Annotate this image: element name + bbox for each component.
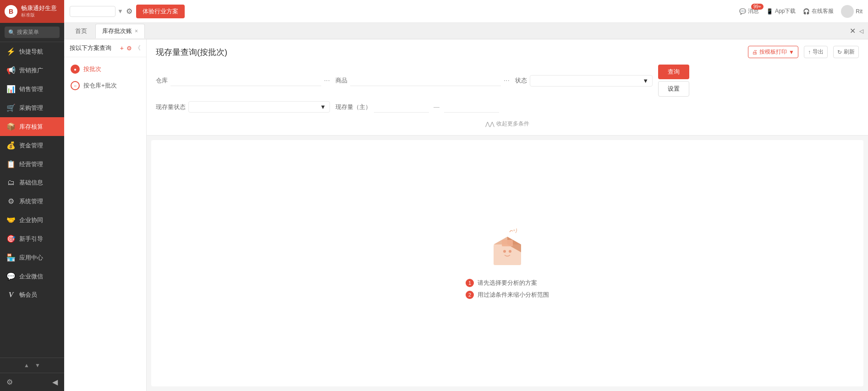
search-menu-input[interactable]: 🔍 搜索菜单: [5, 27, 60, 38]
refresh-btn[interactable]: ↻ 刷新: [833, 46, 859, 58]
step-1-text: 请先选择要分析的方案: [478, 279, 537, 287]
sidebar-bottom: ⚙ ◀: [0, 373, 64, 391]
filter-row-1: 仓库 ··· 商品 ··· 状态 ▼: [156, 65, 859, 97]
appstore-icon: 🏪: [6, 253, 16, 262]
print-template-btn[interactable]: 🖨 按模板打印 ▼: [748, 46, 798, 58]
page-actions: 🖨 按模板打印 ▼ ↑ 导出 ↻ 刷新: [748, 46, 859, 58]
phone-icon: 📱: [766, 8, 773, 15]
sidebar-item-label: 基础信息: [19, 179, 43, 187]
scheme-list: ● 按批次 ○ 按仓库+批次: [64, 57, 146, 98]
sidebar-item-quick-nav[interactable]: ⚡ 快捷导航: [0, 42, 64, 61]
sidebar-item-finance[interactable]: 💰 资金管理: [0, 136, 64, 155]
print-template-label: 按模板打印: [759, 48, 787, 56]
product-input[interactable]: [350, 75, 501, 86]
chevron-down-icon[interactable]: ▼: [117, 8, 123, 15]
svg-point-4: [503, 250, 506, 253]
tab-inventory-batch[interactable]: 库存批次账 ×: [95, 24, 145, 38]
print-chevron-icon: ▼: [789, 49, 794, 55]
page-title: 现存量查询(按批次): [156, 47, 227, 58]
empty-state: 1 请先选择要分析的方案 2 用过滤条件来缩小分析范围: [151, 140, 863, 386]
left-panel: 按以下方案查询 + ⚙ 《 ● 按批次 ○ 按仓库+批次: [64, 39, 147, 391]
refresh-label: 刷新: [844, 48, 855, 56]
sidebar-item-label: 经营管理: [19, 160, 43, 168]
search-icon: 🔍: [8, 29, 15, 36]
tab-right-panel: ✕ ◁: [850, 27, 863, 35]
settings-bottom-icon[interactable]: ⚙: [6, 378, 13, 386]
scheme-settings-btn[interactable]: ⚙: [126, 45, 132, 52]
user-profile-btn[interactable]: Rit: [841, 5, 863, 18]
sidebar-item-sales[interactable]: 📊 销售管理: [0, 80, 64, 98]
sidebar-item-label: 营销推广: [19, 66, 43, 75]
sidebar: B 畅康通好生意 标准版 🔍 搜索菜单 ⚡ 快捷导航 📢 营销推广 📊 销售管理…: [0, 0, 64, 391]
quick-nav-icon: ⚡: [6, 47, 16, 56]
stock-status-select[interactable]: ▼: [188, 101, 330, 113]
sidebar-item-member[interactable]: V 畅会员: [0, 286, 64, 304]
collapse-left-panel-btn[interactable]: 《: [135, 44, 141, 52]
app-download-label: App下载: [775, 7, 796, 15]
settings-btn[interactable]: 设置: [658, 81, 689, 97]
empty-step-1: 1 请先选择要分析的方案: [466, 279, 549, 287]
headset-icon: 🎧: [803, 8, 810, 15]
breadcrumb-input[interactable]: [70, 6, 115, 17]
sidebar-item-business[interactable]: 📋 经营管理: [0, 155, 64, 174]
avatar: [841, 5, 854, 18]
sidebar-item-inventory[interactable]: 📦 库存核算: [0, 117, 64, 136]
add-scheme-btn[interactable]: +: [120, 44, 124, 52]
sidebar-item-label: 企业协同: [19, 216, 43, 224]
sidebar-item-guide[interactable]: 🎯 新手引导: [0, 229, 64, 248]
finance-icon: 💰: [6, 141, 16, 150]
sidebar-item-enterprise[interactable]: 🤝 企业协同: [0, 211, 64, 229]
sidebar-item-basics[interactable]: 🗂 基础信息: [0, 174, 64, 192]
scheme-icon-by-warehouse-batch: ○: [71, 81, 80, 90]
sidebar-item-system[interactable]: ⚙ 系统管理: [0, 192, 64, 211]
warehouse-filter: 仓库 ···: [156, 75, 330, 86]
inventory-icon: 📦: [6, 122, 16, 131]
scroll-down-btn[interactable]: ▼: [33, 361, 42, 370]
sidebar-header: B 畅康通好生意 标准版: [0, 0, 64, 23]
export-btn[interactable]: ↑ 导出: [804, 46, 828, 58]
tab-inventory-batch-label: 库存批次账: [102, 27, 132, 35]
range-separator: —: [432, 103, 441, 110]
sidebar-nav: ⚡ 快捷导航 📢 营销推广 📊 销售管理 🛒 采购管理 📦 库存核算 💰 资金管…: [0, 42, 64, 358]
purchase-icon: 🛒: [6, 103, 16, 112]
marketing-icon: 📢: [6, 66, 16, 75]
customer-service-btn[interactable]: 🎧 在线客服: [803, 7, 834, 15]
warehouse-input[interactable]: [170, 75, 321, 86]
sidebar-item-label: 企业微信: [19, 272, 43, 281]
scheme-item-by-batch[interactable]: ● 按批次: [64, 61, 146, 77]
scheme-item-by-warehouse-batch[interactable]: ○ 按仓库+批次: [64, 77, 146, 94]
collapse-more-btn[interactable]: ⋀⋀ 收起更多条件: [156, 117, 859, 130]
tab-close-icon[interactable]: ×: [135, 28, 138, 34]
status-select[interactable]: ▼: [530, 75, 653, 87]
sidebar-item-marketing[interactable]: 📢 营销推广: [0, 61, 64, 80]
warehouse-more-btn[interactable]: ···: [324, 76, 330, 85]
empty-steps: 1 请先选择要分析的方案 2 用过滤条件来缩小分析范围: [466, 279, 549, 303]
refresh-icon: ↻: [837, 49, 842, 55]
filter-row-2: 现存量状态 ▼ 现存量（主） —: [156, 101, 859, 113]
query-btn[interactable]: 查询: [658, 65, 689, 79]
business-icon: 📋: [6, 160, 16, 168]
sidebar-search-area[interactable]: 🔍 搜索菜单: [0, 23, 64, 42]
trial-btn[interactable]: 体验行业方案: [136, 5, 185, 18]
sidebar-item-appstore[interactable]: 🏪 应用中心: [0, 248, 64, 267]
stock-amount-min-input[interactable]: [374, 102, 429, 113]
sidebar-item-label: 资金管理: [19, 141, 43, 150]
app-download-btn[interactable]: 📱 App下载: [766, 7, 796, 15]
collapse-sidebar-btn[interactable]: ◀: [52, 378, 58, 386]
sidebar-item-purchase[interactable]: 🛒 采购管理: [0, 98, 64, 117]
messages-btn[interactable]: 💬 消息 99+: [739, 7, 759, 15]
stock-amount-max-input[interactable]: [444, 102, 499, 113]
product-more-btn[interactable]: ···: [504, 76, 510, 85]
export-label: 导出: [813, 48, 824, 56]
sidebar-item-weixin[interactable]: 💬 企业微信: [0, 267, 64, 286]
collapse-more-label: 收起更多条件: [496, 120, 529, 128]
stock-status-filter: 现存量状态 ▼: [156, 101, 330, 113]
left-panel-actions: + ⚙ 《: [120, 44, 141, 52]
close-panel-btn[interactable]: ✕: [850, 27, 856, 35]
svg-point-5: [509, 250, 511, 253]
scroll-up-btn[interactable]: ▲: [22, 361, 31, 370]
sidebar-item-label: 系统管理: [19, 197, 43, 206]
expand-panel-btn[interactable]: ◁: [859, 28, 863, 34]
topbar-gear-icon[interactable]: ⚙: [126, 7, 132, 16]
tab-home[interactable]: 首页: [69, 24, 93, 38]
